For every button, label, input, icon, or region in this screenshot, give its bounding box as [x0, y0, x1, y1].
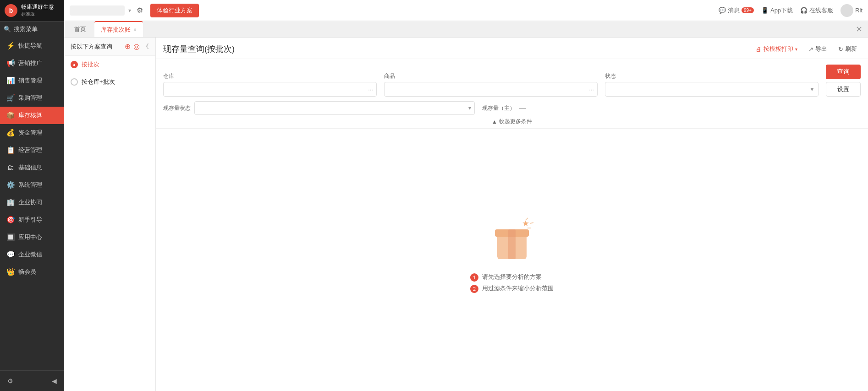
collapse-label: 收起更多条件 [499, 118, 532, 125]
messages-label: 消息 [728, 6, 740, 15]
sidebar-footer: ⚙ ◀ [0, 370, 64, 391]
sidebar-item-finance[interactable]: 💰 资金管理 [0, 124, 64, 141]
marketing-icon: 📢 [6, 59, 15, 67]
sidebar-item-basic-info[interactable]: 🗂 基础信息 [0, 159, 64, 176]
warehouse-more-icon[interactable]: ··· [368, 86, 373, 93]
add-scheme-icon[interactable]: ⊕ [125, 42, 131, 51]
sidebar-item-label: 快捷导航 [18, 42, 42, 50]
phone-icon: 📱 [761, 7, 769, 14]
sidebar-item-marketing[interactable]: 📢 营销推广 [0, 54, 64, 72]
active-dot: ● [71, 61, 78, 68]
inventory-qty-label: 现存量（主） [482, 104, 515, 112]
content-area: 现存量查询(按批次) 🖨 按模板打印 ▾ ↗ 导出 ↻ 刷新 [156, 38, 868, 391]
collapse-conditions-btn[interactable]: ▲ 收起更多条件 [156, 115, 868, 129]
sidebar-item-label: 系统管理 [18, 181, 42, 189]
status-select[interactable] [605, 82, 819, 97]
sidebar-item-purchase[interactable]: 🛒 采购管理 [0, 89, 64, 107]
wechat-icon: 💬 [6, 250, 15, 259]
refresh-icon: ↻ [838, 46, 843, 53]
purchase-icon: 🛒 [6, 94, 15, 102]
search-icon: 🔍 [4, 26, 11, 33]
topbar-gear-icon[interactable]: ⚙ [137, 6, 143, 15]
headset-icon: 🎧 [800, 7, 808, 14]
messages-btn[interactable]: 💬 消息 99+ [719, 6, 754, 15]
sidebar-item-operations[interactable]: 📋 经营管理 [0, 141, 64, 159]
svg-line-5 [530, 223, 533, 223]
scheme-settings-icon[interactable]: ◎ [133, 42, 140, 51]
tab-close-btn[interactable]: × [133, 27, 137, 33]
sidebar-item-wechat[interactable]: 💬 企业微信 [0, 246, 64, 263]
inventory-status-select[interactable] [194, 101, 475, 115]
sidebar-item-label: 企业微信 [18, 250, 42, 259]
warehouse-input[interactable] [163, 82, 377, 97]
sales-icon: 📊 [6, 76, 15, 85]
print-btn[interactable]: 🖨 按模板打印 ▾ [752, 43, 801, 55]
topbar-right: 💬 消息 99+ 📱 App下载 🎧 在线客服 Rit [719, 4, 863, 17]
enterprise-icon: 🏢 [6, 198, 15, 206]
settings-footer-icon: ⚙ [7, 377, 13, 385]
page-title: 现存量查询(按批次) [163, 43, 235, 54]
app-download-btn[interactable]: 📱 App下载 [761, 6, 793, 15]
sidebar-item-enterprise[interactable]: 🏢 企业协同 [0, 194, 64, 211]
sidebar-item-sales[interactable]: 📊 销售管理 [0, 72, 64, 89]
sidebar-item-label: 畅会员 [18, 268, 36, 276]
breadcrumb-chevron-icon[interactable]: ▾ [128, 7, 131, 14]
empty-hint-2: 2 用过滤条件来缩小分析范围 [470, 284, 554, 293]
inventory-status-select-wrapper: ▾ [194, 101, 475, 115]
breadcrumb-input[interactable] [70, 5, 125, 16]
app-title: 畅康通好生意 [21, 4, 54, 11]
online-service-btn[interactable]: 🎧 在线客服 [800, 6, 833, 15]
settings-footer-btn[interactable]: ⚙ [4, 375, 16, 387]
filter-item-by-warehouse-batch[interactable]: 按仓库+批次 [64, 73, 155, 91]
sidebar-item-label: 采购管理 [18, 94, 42, 102]
print-dropdown-icon: ▾ [795, 47, 797, 52]
filter-item-by-batch[interactable]: ● 按批次 [64, 56, 155, 73]
sidebar-item-label: 营销推广 [18, 59, 42, 67]
filter-row-2: 现存量状态 ▾ 现存量（主） — [156, 97, 868, 115]
tab-home-label: 首页 [74, 25, 86, 33]
username-label: Rit [855, 7, 863, 14]
page-header-actions: 🖨 按模板打印 ▾ ↗ 导出 ↻ 刷新 [752, 43, 861, 55]
sidebar-item-label: 资金管理 [18, 129, 42, 137]
tab-home[interactable]: 首页 [68, 21, 93, 37]
settings-btn[interactable]: 设置 [826, 82, 861, 97]
export-icon: ↗ [808, 46, 813, 53]
hint-num-2: 2 [470, 285, 478, 293]
product-more-icon[interactable]: ··· [589, 86, 594, 93]
inventory-status-filter: 现存量状态 ▾ [163, 101, 475, 115]
sidebar-item-inventory[interactable]: 📦 库存核算 [0, 107, 64, 124]
query-btn[interactable]: 查询 [826, 65, 861, 79]
sidebar-item-guide[interactable]: 🎯 新手引导 [0, 211, 64, 228]
avatar [841, 4, 853, 17]
page-header: 现存量查询(按批次) 🖨 按模板打印 ▾ ↗ 导出 ↻ 刷新 [156, 38, 868, 59]
sidebar-item-member[interactable]: 👑 畅会员 [0, 263, 64, 281]
product-input[interactable] [384, 82, 598, 97]
product-input-wrapper: ··· [384, 82, 598, 97]
filter-item-by-batch-label: 按批次 [82, 60, 99, 69]
tab-inventory-batch[interactable]: 库存批次账 × [94, 21, 143, 37]
sidebar-item-apps[interactable]: 🔲 应用中心 [0, 228, 64, 246]
search-menu[interactable]: 🔍 搜索菜单 [0, 22, 64, 37]
hint-1-text: 请先选择要分析的方案 [482, 273, 542, 281]
sidebar-item-label: 库存核算 [18, 111, 42, 119]
filter-item-by-warehouse-batch-label: 按仓库+批次 [82, 78, 115, 86]
sidebar-item-quick-nav[interactable]: ⚡ 快捷导航 [0, 37, 64, 54]
refresh-btn[interactable]: ↻ 刷新 [835, 43, 861, 55]
status-select-wrapper: ▼ [605, 82, 819, 97]
collapse-icon: ▲ [492, 119, 497, 125]
sidebar: b 畅康通好生意 标准版 🔍 搜索菜单 ⚡ 快捷导航 📢 营销推广 📊 销售管理… [0, 0, 64, 391]
sidebar-item-label: 经营管理 [18, 146, 42, 154]
filter-panel-actions: ⊕ ◎ 《 [125, 42, 149, 51]
inventory-icon: 📦 [6, 111, 15, 119]
export-btn[interactable]: ↗ 导出 [805, 43, 831, 55]
tab-close-x-btn[interactable]: ✕ [856, 24, 863, 34]
trial-btn[interactable]: 体验行业方案 [150, 4, 199, 17]
warehouse-filter: 仓库 ··· [163, 72, 377, 97]
user-avatar-btn[interactable]: Rit [841, 4, 863, 17]
collapse-panel-icon[interactable]: 《 [143, 43, 149, 51]
sidebar-item-system[interactable]: ⚙️ 系统管理 [0, 176, 64, 194]
product-label: 商品 [384, 72, 598, 80]
collapse-sidebar-btn[interactable]: ◀ [48, 375, 60, 387]
warehouse-input-wrapper: ··· [163, 82, 377, 97]
sidebar-header: b 畅康通好生意 标准版 [0, 0, 64, 22]
